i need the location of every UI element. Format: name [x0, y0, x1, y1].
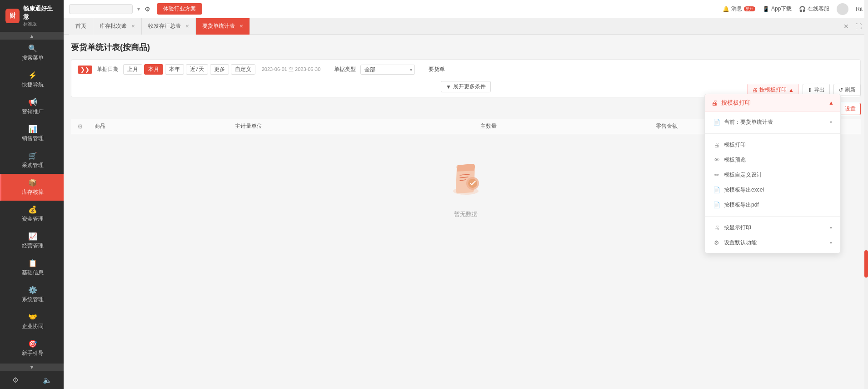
filter-bar: ❯❯ 单据日期 上月本月本年近7天更多自定义 2023-06-01 至 2023…	[71, 59, 861, 97]
app-download-item[interactable]: 📱 App下载	[763, 5, 792, 13]
sidebar-item-enterprise[interactable]: 🤝 企业协同	[0, 308, 64, 335]
sidebar-item-inventory[interactable]: 📦 库存核算	[0, 174, 64, 201]
close-tab-icon[interactable]: ✕	[841, 22, 852, 31]
sidebar: 财 畅康通好生意 标准版 ▲ 🔍 搜索菜单 ⚡ 快捷导航 📢 营销推广 📊 销售…	[0, 0, 64, 389]
order-type-select[interactable]: 全部	[360, 65, 415, 75]
inventory-label: 库存核算	[22, 188, 44, 196]
notifications-item[interactable]: 🔔 消息 99+	[723, 5, 755, 13]
sidebar-item-purchase[interactable]: 🛒 采购管理	[0, 147, 64, 174]
quick-nav-icon: ⚡	[28, 71, 37, 80]
topbar: ▾ ⚙ 体验行业方案 🔔 消息 99+ 📱 App下载 🎧 在线客服 Rit	[64, 0, 868, 18]
goods-filter-label: 要货单	[429, 66, 445, 73]
sidebar-scroll-up[interactable]: ▲	[0, 32, 64, 40]
topbar-dropdown-icon[interactable]: ▾	[137, 6, 140, 12]
sidebar-item-system[interactable]: ⚙️ 系统管理	[0, 281, 64, 308]
date-btn-近7天[interactable]: 近7天	[186, 64, 208, 75]
date-btn-更多[interactable]: 更多	[210, 64, 229, 75]
date-btn-上月[interactable]: 上月	[123, 64, 142, 75]
expand-filter-button[interactable]: ▼ 展开更多条件	[441, 81, 491, 92]
expand-icon: ▼	[446, 84, 451, 90]
tab-close-inventory-batch[interactable]: ✕	[131, 24, 135, 29]
sidebar-item-newbie[interactable]: 🎯 新手引导	[0, 335, 64, 362]
date-filter-label: 单据日期	[97, 66, 119, 73]
sidebar-scroll-down[interactable]: ▼	[0, 364, 64, 371]
filter-expand-icon[interactable]: ❯❯	[78, 66, 92, 74]
user-avatar[interactable]	[837, 3, 848, 15]
search-input[interactable]	[69, 4, 133, 14]
marketing-icon: 📢	[28, 98, 37, 106]
sidebar-item-sales[interactable]: 📊 销售管理	[0, 120, 64, 147]
sidebar-item-basic-info[interactable]: 📋 基础信息	[0, 254, 64, 281]
tab-collect-summary[interactable]: 收发存汇总表✕	[142, 18, 196, 35]
dropdown-current-item[interactable]: 📄 当前：要货单统计表 ▾	[705, 115, 840, 130]
dropdown-item-export-excel[interactable]: 📄 按模板导出excel	[705, 182, 840, 197]
current-doc-icon: 📄	[713, 119, 720, 126]
right-scrollbar[interactable]	[864, 0, 868, 389]
export-excel-label: 按模板导出excel	[724, 186, 764, 194]
dropdown-header-left: 🖨 按模板打印	[711, 99, 751, 107]
app-title: 畅康通好生意	[23, 5, 58, 21]
system-label: 系统管理	[22, 296, 44, 303]
export-pdf-label: 按模板导出pdf	[724, 201, 759, 209]
sidebar-item-quick-nav[interactable]: ⚡ 快捷导航	[0, 66, 64, 93]
dropdown-header[interactable]: 🖨 按模板打印 ▲	[705, 94, 840, 112]
empty-illustration	[448, 162, 484, 205]
sidebar-logo: 财 畅康通好生意 标准版	[0, 0, 64, 32]
date-btn-本月[interactable]: 本月	[144, 64, 163, 75]
sales-label: 销售管理	[22, 135, 44, 142]
filter-expand-row: ▼ 展开更多条件	[78, 78, 854, 92]
tab-inventory-batch[interactable]: 库存批次账✕	[93, 18, 142, 35]
sidebar-item-search-menu[interactable]: 🔍 搜索菜单	[0, 40, 64, 66]
date-btn-自定义[interactable]: 自定义	[231, 64, 255, 75]
topbar-right: 🔔 消息 99+ 📱 App下载 🎧 在线客服 Rit	[723, 3, 863, 15]
export-label: 导出	[814, 86, 825, 94]
print-arrow-icon: ▲	[788, 87, 794, 93]
tab-order-stats[interactable]: 要货单统计表✕	[196, 18, 250, 35]
date-btn-本年[interactable]: 本年	[165, 64, 184, 75]
enterprise-icon: 🤝	[28, 313, 37, 321]
online-service-item[interactable]: 🎧 在线客服	[799, 5, 829, 13]
dropdown-divider-1	[705, 133, 840, 134]
dropdown-bottom-display-print[interactable]: 🖨 按显示打印 ▾	[705, 220, 840, 235]
content-area: 要货单统计表(按商品) ❯❯ 单据日期 上月本月本年近7天更多自定义 2023-…	[64, 35, 868, 389]
audio-icon[interactable]: 🔈	[43, 376, 52, 384]
topbar-gear-icon[interactable]: ⚙	[145, 5, 150, 13]
th-unit: 主计量单位	[229, 119, 475, 134]
display-print-left: 🖨 按显示打印	[713, 224, 751, 232]
dropdown-item-template-design[interactable]: ✏ 模板自定义设计	[705, 167, 840, 182]
sidebar-items-container: 🔍 搜索菜单 ⚡ 快捷导航 📢 营销推广 📊 销售管理 🛒 采购管理 📦 库存核…	[0, 40, 64, 364]
maximize-icon[interactable]: ⛶	[853, 22, 864, 31]
display-print-label: 按显示打印	[724, 224, 751, 232]
sidebar-item-marketing[interactable]: 📢 营销推广	[0, 93, 64, 120]
th-settings[interactable]: ⚙	[71, 119, 89, 134]
date-range-display: 2023-06-01 至 2023-06-30	[262, 66, 321, 73]
promo-button[interactable]: 体验行业方案	[157, 3, 202, 15]
display-print-arrow: ▾	[830, 225, 832, 230]
tab-close-collect-summary[interactable]: ✕	[185, 24, 189, 29]
column-settings-icon[interactable]: ⚙	[77, 123, 83, 130]
newbie-icon: 🎯	[28, 339, 37, 348]
dropdown-item-export-pdf[interactable]: 📄 按模板导出pdf	[705, 197, 840, 212]
tab-home[interactable]: 首页	[69, 18, 93, 35]
sidebar-item-finance[interactable]: 💰 资金管理	[0, 201, 64, 227]
settings-button[interactable]: 设置	[840, 103, 861, 115]
sidebar-item-operations[interactable]: 📈 经营管理	[0, 227, 64, 254]
settings-icon[interactable]: ⚙	[12, 376, 19, 384]
tab-close-order-stats[interactable]: ✕	[239, 24, 243, 29]
basic-info-icon: 📋	[28, 259, 37, 268]
dropdown-bottom-set-default[interactable]: ⚙ 设置默认功能 ▾	[705, 235, 840, 250]
finance-icon: 💰	[28, 205, 37, 214]
basic-info-label: 基础信息	[22, 269, 44, 277]
dropdown-chevron-icon: ▲	[828, 100, 834, 106]
dropdown-current-section: 📄 当前：要货单统计表 ▾	[705, 112, 840, 132]
printer-icon: 🖨	[711, 99, 718, 106]
template-preview-label: 模板预览	[724, 156, 746, 164]
date-filter-buttons: 上月本月本年近7天更多自定义	[123, 64, 255, 75]
dropdown-item-template-print[interactable]: 🖨 模板打印	[705, 137, 840, 152]
template-print-label: 按模板打印	[759, 86, 787, 94]
phone-icon: 📱	[763, 6, 769, 12]
export-pdf-icon: 📄	[713, 202, 720, 208]
dropdown-item-template-preview[interactable]: 👁 模板预览	[705, 152, 840, 167]
user-name[interactable]: Rit	[856, 6, 863, 12]
tab-label-home: 首页	[75, 22, 86, 30]
